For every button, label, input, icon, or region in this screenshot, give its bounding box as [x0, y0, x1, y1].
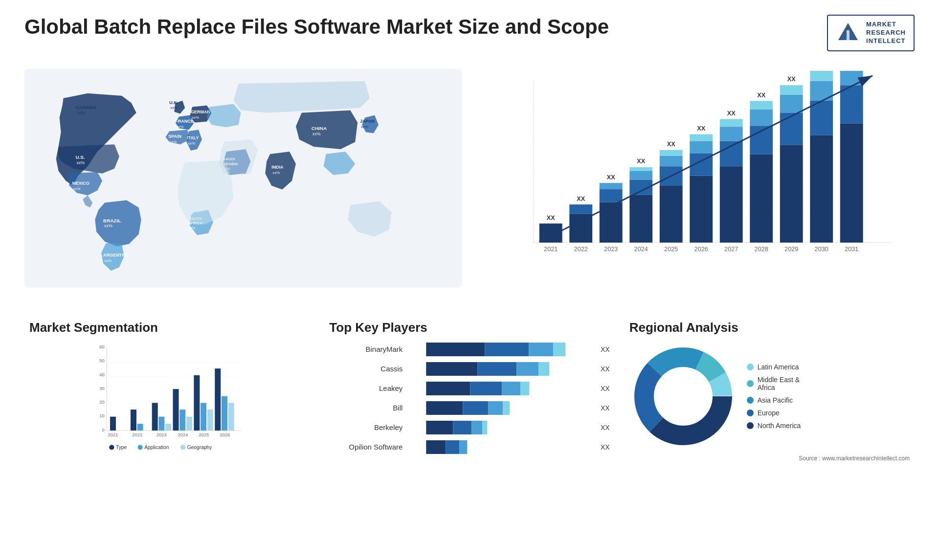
svg-rect-77 [780, 113, 803, 145]
svg-rect-147 [485, 343, 529, 356]
svg-text:2022: 2022 [132, 432, 142, 437]
player-row-opilion: Opilion Software XX [329, 440, 609, 454]
player-label: XX [601, 345, 610, 353]
legend-item-north-america: North America [747, 422, 801, 430]
legend-label: Asia Pacific [758, 396, 793, 404]
svg-text:40: 40 [99, 371, 104, 377]
svg-rect-131 [215, 368, 221, 431]
player-label: XX [601, 404, 610, 412]
svg-rect-133 [228, 403, 234, 431]
svg-rect-164 [472, 421, 483, 434]
svg-rect-69 [720, 119, 743, 127]
svg-rect-151 [478, 362, 517, 376]
svg-text:xx%: xx% [272, 171, 280, 175]
legend-color [747, 364, 754, 370]
svg-rect-168 [460, 440, 468, 454]
player-bar [407, 343, 592, 356]
svg-rect-126 [179, 409, 185, 431]
svg-rect-155 [470, 382, 502, 395]
svg-rect-124 [165, 424, 171, 431]
svg-rect-54 [629, 167, 652, 171]
svg-text:xx%: xx% [188, 141, 195, 146]
svg-rect-84 [810, 71, 833, 81]
svg-rect-150 [426, 362, 478, 376]
legend-label: Latin America [758, 363, 799, 371]
legend-label: North America [758, 422, 801, 430]
legend-item-europe: Europe [747, 409, 801, 417]
svg-text:2023: 2023 [156, 432, 167, 437]
svg-text:2029: 2029 [784, 246, 798, 253]
svg-rect-159 [463, 401, 489, 415]
source-text: Source : www.marketresearchintellect.com [629, 455, 910, 462]
svg-text:2021: 2021 [544, 246, 558, 253]
player-name: Cassis [329, 365, 402, 373]
svg-rect-127 [186, 416, 192, 430]
svg-text:Application: Application [144, 444, 169, 450]
svg-rect-56 [660, 185, 683, 242]
svg-rect-130 [207, 409, 213, 431]
svg-text:2027: 2027 [724, 246, 738, 253]
svg-text:U.S.: U.S. [75, 154, 85, 160]
regional-title: Regional Analysis [629, 320, 910, 335]
svg-rect-163 [453, 421, 472, 434]
svg-rect-63 [690, 141, 713, 153]
svg-rect-160 [489, 401, 503, 415]
map-section: CANADA xx% U.S. xx% MEXICO xx% BRAZIL xx… [24, 61, 462, 296]
svg-text:CANADA: CANADA [75, 104, 96, 109]
svg-rect-125 [173, 389, 179, 431]
svg-text:2022: 2022 [574, 246, 588, 253]
svg-rect-58 [660, 155, 683, 166]
segmentation-title: Market Segmentation [29, 320, 310, 335]
svg-rect-149 [554, 343, 566, 356]
player-name: Opilion Software [329, 443, 402, 451]
player-row-bill: Bill XX [329, 401, 609, 415]
svg-rect-44 [569, 214, 592, 243]
svg-rect-51 [629, 194, 652, 242]
svg-text:2025: 2025 [664, 246, 678, 253]
svg-rect-49 [600, 183, 623, 189]
svg-rect-81 [810, 135, 833, 242]
svg-rect-120 [131, 409, 136, 431]
svg-rect-47 [600, 202, 623, 242]
svg-rect-48 [600, 189, 623, 202]
player-row-leakey: Leakey XX [329, 382, 609, 395]
svg-text:XX: XX [577, 195, 585, 202]
svg-rect-76 [780, 145, 803, 242]
svg-text:2023: 2023 [604, 246, 618, 253]
svg-rect-61 [690, 175, 713, 242]
svg-rect-74 [750, 101, 773, 109]
svg-rect-165 [483, 421, 488, 434]
header: Global Batch Replace Files Software Mark… [24, 15, 915, 51]
svg-text:0: 0 [102, 427, 105, 432]
logo-text: MARKET RESEARCH INTELLECT [866, 21, 906, 45]
legend-label: Europe [758, 409, 780, 417]
svg-rect-132 [222, 396, 227, 430]
svg-text:10: 10 [99, 413, 104, 418]
player-bar [407, 421, 592, 434]
svg-rect-78 [780, 94, 803, 112]
svg-text:CHINA: CHINA [312, 125, 327, 130]
svg-rect-153 [539, 362, 550, 376]
svg-text:XX: XX [697, 125, 705, 132]
svg-text:ITALY: ITALY [187, 135, 199, 140]
svg-text:2031: 2031 [845, 246, 858, 253]
svg-rect-66 [720, 166, 743, 242]
bar-chart-area: XX XX XX XX [506, 71, 905, 271]
player-label: XX [601, 385, 610, 392]
svg-text:30: 30 [99, 386, 104, 391]
svg-rect-73 [750, 109, 773, 126]
player-row-berkeley: Berkeley XX [329, 421, 609, 434]
svg-text:xx%: xx% [169, 140, 177, 144]
svg-point-174 [656, 369, 710, 423]
page: Global Batch Replace Files Software Mark… [0, 0, 939, 560]
svg-text:xx%: xx% [176, 124, 183, 129]
svg-rect-59 [660, 150, 683, 156]
segmentation-section: Market Segmentation 60 50 40 30 20 10 0 [24, 315, 314, 467]
svg-text:2024: 2024 [178, 432, 188, 437]
legend-item-apac: Asia Pacific [747, 396, 801, 404]
svg-rect-121 [137, 424, 143, 431]
svg-rect-72 [750, 126, 773, 154]
svg-text:2026: 2026 [220, 432, 230, 437]
legend-color [747, 409, 754, 416]
svg-rect-167 [446, 440, 460, 454]
